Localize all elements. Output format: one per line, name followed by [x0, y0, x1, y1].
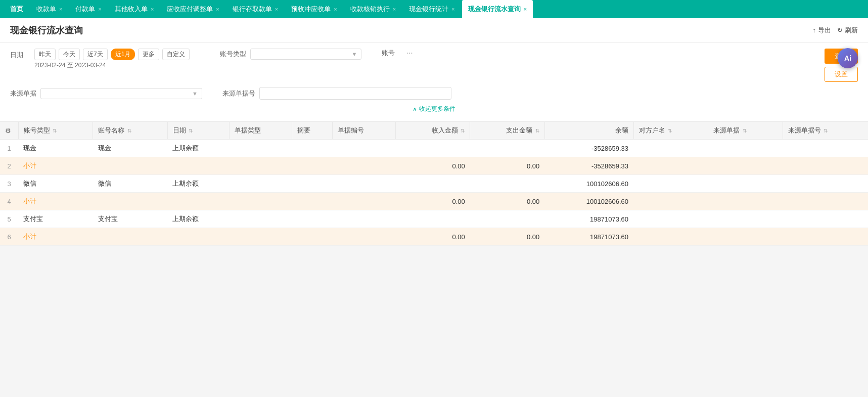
cell-doc-no	[333, 210, 395, 228]
col-account-type[interactable]: 账号类型 ⇅	[18, 122, 93, 140]
date-options: 昨天 今天 近7天 近1月 更多 自定义	[34, 49, 190, 60]
cell-date	[167, 193, 230, 210]
nav-tab-7[interactable]: 现金银行统计 ×	[403, 0, 461, 18]
col-doc-type[interactable]: 单据类型	[230, 122, 292, 140]
nav-tab-4[interactable]: 银行存取款单 ×	[226, 0, 284, 18]
close-icon[interactable]: ×	[275, 6, 278, 12]
col-date[interactable]: 日期 ⇅	[167, 122, 230, 140]
settings-button[interactable]: 设置	[825, 67, 858, 82]
cell-account-type: 小计	[18, 228, 93, 246]
cell-balance: -3528659.33	[544, 140, 633, 157]
cell-account-type: 微信	[18, 175, 93, 193]
page-title: 现金银行流水查询	[10, 24, 83, 36]
cell-doc-type	[230, 140, 292, 157]
cell-summary	[292, 228, 333, 246]
cell-counterparty	[633, 157, 708, 175]
cell-source-doc-no	[783, 157, 868, 175]
col-source-doc[interactable]: 来源单据 ⇅	[708, 122, 783, 140]
cell-num: 1	[0, 140, 18, 157]
close-icon[interactable]: ×	[334, 6, 337, 12]
col-source-doc-no[interactable]: 来源单据号 ⇅	[783, 122, 868, 140]
table-row: 6 小计 0.00 0.00 19871073.60	[0, 228, 868, 246]
account-type-label: 账号类型	[220, 50, 246, 59]
close-icon[interactable]: ×	[151, 6, 154, 12]
cell-counterparty	[633, 228, 708, 246]
cell-date: 上期余额	[167, 140, 230, 157]
source-doc-label: 来源单据	[10, 89, 36, 98]
nav-tab-5[interactable]: 预收冲应收单 ×	[285, 0, 343, 18]
date-today[interactable]: 今天	[59, 49, 80, 60]
collapse-bar[interactable]: ∧ 收起更多条件	[10, 103, 858, 115]
cell-balance: 19871073.60	[544, 210, 633, 228]
export-button[interactable]: ↑ 导出	[813, 26, 832, 35]
cell-summary	[292, 175, 333, 193]
col-gear[interactable]: ⚙	[0, 122, 18, 140]
cell-expense	[470, 140, 545, 157]
date-7days[interactable]: 近7天	[83, 49, 108, 60]
date-more[interactable]: 更多	[138, 49, 159, 60]
cell-summary	[292, 193, 333, 210]
settings-gear-icon[interactable]: ⚙	[5, 127, 11, 135]
cell-summary	[292, 157, 333, 175]
col-income[interactable]: 收入金额 ⇅	[395, 122, 470, 140]
cell-source-doc-no	[783, 175, 868, 193]
col-expense[interactable]: 支出金额 ⇅	[470, 122, 545, 140]
chevron-up-icon: ∧	[413, 106, 417, 113]
refresh-button[interactable]: ↻ 刷新	[837, 26, 858, 35]
close-icon[interactable]: ×	[216, 6, 219, 12]
cell-date: 上期余额	[167, 210, 230, 228]
header-actions: ↑ 导出 ↻ 刷新	[813, 26, 858, 35]
table-row: 4 小计 0.00 0.00 100102606.60	[0, 193, 868, 210]
account-more-icon[interactable]: ···	[406, 49, 413, 58]
nav-home[interactable]: 首页	[4, 0, 29, 18]
close-icon[interactable]: ×	[451, 6, 454, 12]
nav-tab-2[interactable]: 其他收入单 ×	[109, 0, 160, 18]
cell-date	[167, 228, 230, 246]
nav-tab-6[interactable]: 收款核销执行 ×	[344, 0, 402, 18]
col-counterparty[interactable]: 对方户名 ⇅	[633, 122, 708, 140]
cell-counterparty	[633, 210, 708, 228]
close-icon[interactable]: ×	[59, 6, 62, 12]
ai-badge[interactable]: Ai	[838, 48, 858, 68]
nav-tab-1[interactable]: 付款单 ×	[69, 0, 107, 18]
sort-icon: ⇅	[127, 128, 131, 134]
col-doc-no[interactable]: 单据编号	[333, 122, 395, 140]
cell-counterparty	[633, 193, 708, 210]
date-1month[interactable]: 近1月	[111, 49, 135, 60]
nav-tab-3[interactable]: 应收应付调整单 ×	[161, 0, 225, 18]
cell-counterparty	[633, 140, 708, 157]
close-icon[interactable]: ×	[524, 6, 527, 12]
cell-account-name: 现金	[93, 140, 168, 157]
account-type-select[interactable]: ▼	[250, 49, 361, 60]
cell-account-name: 支付宝	[93, 210, 168, 228]
sort-icon: ⇅	[461, 128, 465, 134]
col-summary[interactable]: 摘要	[292, 122, 333, 140]
source-doc-no-input[interactable]	[259, 87, 451, 100]
cell-account-name	[93, 157, 168, 175]
close-icon[interactable]: ×	[98, 6, 101, 12]
sort-icon: ⇅	[53, 128, 57, 134]
date-custom[interactable]: 自定义	[162, 49, 190, 60]
col-balance[interactable]: 余额	[544, 122, 633, 140]
sort-icon: ⇅	[189, 128, 193, 134]
cell-date	[167, 157, 230, 175]
col-account-name[interactable]: 账号名称 ⇅	[93, 122, 168, 140]
chevron-down-icon: ▼	[351, 51, 357, 57]
cell-account-name	[93, 193, 168, 210]
source-doc-select[interactable]: ▼	[40, 88, 202, 99]
cell-doc-type	[230, 228, 292, 246]
nav-tab-8[interactable]: 现金银行流水查询 ×	[462, 0, 533, 18]
table-header-row: ⚙ 账号类型 ⇅ 账号名称 ⇅ 日期 ⇅ 单据类型 摘要	[0, 122, 868, 140]
sort-icon: ⇅	[535, 128, 539, 134]
data-table: ⚙ 账号类型 ⇅ 账号名称 ⇅ 日期 ⇅ 单据类型 摘要	[0, 122, 868, 246]
account-label: 账号	[382, 49, 402, 58]
refresh-icon: ↻	[837, 26, 843, 34]
close-icon[interactable]: ×	[393, 6, 396, 12]
cell-source-doc-no	[783, 228, 868, 246]
cell-balance: -3528659.33	[544, 157, 633, 175]
chevron-down-icon-2: ▼	[192, 91, 198, 97]
nav-tab-0[interactable]: 收款单 ×	[30, 0, 68, 18]
date-yesterday[interactable]: 昨天	[34, 49, 56, 60]
cell-num: 2	[0, 157, 18, 175]
cell-source-doc-no	[783, 140, 868, 157]
